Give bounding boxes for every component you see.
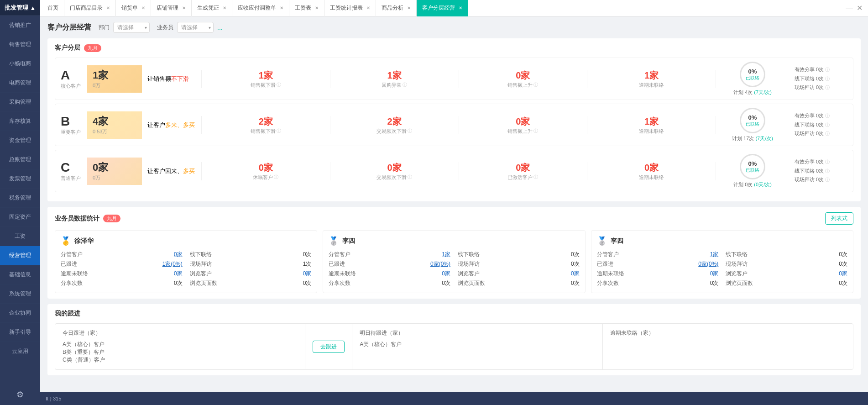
tier-C-metric-1[interactable]: 0家 休眠客户 ⓘ [202,162,330,181]
sidebar-item-资金管理[interactable]: 资金管理 [0,131,40,150]
sidebar-header[interactable]: 批发管理 ▲ [0,0,40,16]
tier-C-metric-2[interactable]: 0家 交易频次下滑 ⓘ [330,162,459,181]
follow-overdue-col: 逾期未联络（家） [603,324,853,369]
staff-filter: 业务员 请选择 ... [157,22,223,33]
dept-label: 部门 [99,24,110,32]
tier-A-metric-4[interactable]: 1家 逾期未联络 [587,69,716,89]
sidebar-item-电商管理[interactable]: 电商管理 [0,74,40,93]
sidebar-item-库存核算[interactable]: 库存核算 [0,112,40,131]
sidebar-item-系统管理[interactable]: 系统管理 [0,284,40,304]
staff-3-medal: 🥈 [597,236,607,246]
staff-3-name: 李四 [611,237,623,245]
tab-生成凭证[interactable]: 生成凭证✕ [192,0,232,16]
tier-B-metric-3[interactable]: 0家 销售额上升 ⓘ [459,116,587,135]
tab-close-店铺管理[interactable]: ✕ [182,5,186,11]
tier-B-slogan: 让客户多来、多买 [142,121,201,129]
tab-工资统计报表[interactable]: 工资统计报表✕ [324,0,376,16]
tab-close-应收应付调整单[interactable]: ✕ [280,5,283,11]
tier-A-label: A 核心客户 [55,68,87,89]
customer-month-badge: 九月 [84,44,101,52]
settings-icon[interactable]: ⚙ [0,384,40,405]
tab-工资表[interactable]: 工资表✕ [289,0,324,16]
tier-row-A: A 核心客户 1家 0万 让销售额不下滑 1家 销售额下滑 ⓘ 1家 [55,58,853,100]
tab-close-工资表[interactable]: ✕ [315,5,319,11]
staff-2-name: 李四 [342,237,355,245]
staff-3-stats: 分管客户1家 线下联络0次 已跟进0家(0%) 现场拜访0次 逾期未联络0家 浏… [597,251,847,287]
list-view-btn[interactable]: 列表式 [825,212,853,225]
tab-close-客户分层经营[interactable]: ✕ [459,5,462,11]
tab-客户分层经营[interactable]: 客户分层经营✕ [417,0,468,16]
tier-C-slogan: 让客户回来、多买 [142,167,201,175]
tier-A-metric-2[interactable]: 1家 回购异常 ⓘ [330,69,459,89]
staff-card-3: 🥈 李四 分管客户1家 线下联络0次 已跟进0家(0%) 现场拜访0次 逾期未联… [591,230,853,293]
follow-tomorrow-label: 明日待跟进（家） [360,329,595,337]
tab-close-销货单[interactable]: ✕ [141,5,145,11]
sidebar-item-税务管理[interactable]: 税务管理 [0,189,40,208]
sidebar-item-基础信息[interactable]: 基础信息 [0,265,40,284]
status-bar: It } 315 [40,392,868,405]
customer-section-title: 客户分层 [55,44,80,52]
tab-close-门店商品目录[interactable]: ✕ [106,5,110,11]
tab-店铺管理[interactable]: 店铺管理✕ [151,0,192,16]
tier-B-count[interactable]: 4家 0.53万 [87,111,142,139]
tier-C-metric-3[interactable]: 0家 已激活客户 ⓘ [459,162,587,181]
tier-B-metric-2[interactable]: 2家 交易频次下滑 ⓘ [330,116,459,135]
sidebar-item-经营管理[interactable]: 经营管理 [0,246,40,265]
tier-A-metric-1[interactable]: 1家 销售额下滑 ⓘ [202,69,330,89]
tier-B-metric-4[interactable]: 1家 逾期未联络 [587,116,716,135]
sidebar-toggle-icon[interactable]: ▲ [30,5,36,11]
window-close-icon[interactable]: ✕ [857,4,863,12]
tab-bar-actions: — ✕ [846,4,866,12]
tab-应收应付调整单[interactable]: 应收应付调整单✕ [232,0,289,16]
sidebar-item-总账管理[interactable]: 总账管理 [0,150,40,169]
follow-btn-col: 去跟进 [305,324,352,369]
sidebar-item-小畅电商[interactable]: 小畅电商 [0,54,40,74]
sidebar-item-新手引导[interactable]: 新手引导 [0,323,40,342]
sidebar-item-固定资产[interactable]: 固定资产 [0,208,40,227]
staff-1-stats: 分管客户0家 线下联络0次 已跟进1家(0%) 现场拜访1次 逾期未联络0家 浏… [61,251,311,287]
window-minimize-icon[interactable]: — [846,4,853,12]
sidebar-item-采购管理[interactable]: 采购管理 [0,93,40,112]
tab-首页[interactable]: 首页 [42,0,64,16]
staff-2-stats: 分管客户1家 线下联络0次 已跟进0家(0%) 现场拜访0次 逾期未联络0家 浏… [329,251,579,287]
sidebar-item-企业协同[interactable]: 企业协同 [0,304,40,323]
sidebar-item-营销推广[interactable]: 营销推广 [0,16,40,35]
tab-close-商品分析[interactable]: ✕ [407,5,411,11]
main-area: 首页 门店商品目录✕ 销货单✕ 店铺管理✕ 生成凭证✕ 应收应付调整单✕ 工资表… [40,0,868,405]
customer-tier-section: 客户分层 九月 A 核心客户 1家 0万 让销售额不下滑 1家 [47,38,861,201]
sidebar: 批发管理 ▲ 营销推广 销售管理 小畅电商 电商管理 采购管理 库存核算 资金管… [0,0,40,405]
follow-today-col: 今日跟进（家） A类（核心）客户 B类（重要）客户 C类（普通）客户 [55,324,305,369]
tab-销货单[interactable]: 销货单✕ [116,0,151,16]
dept-filter: 部门 请选择 [99,22,150,33]
tier-row-C: C 普通客户 0家 0万 让客户回来、多买 0家 休眠客户 ⓘ 0家 [55,150,853,192]
follow-section: 我的跟进 今日跟进（家） A类（核心）客户 B类（重要）客户 C类（普通）客户 … [47,304,861,375]
staff-section-title: 业务员数据统计 [55,215,99,223]
sidebar-item-工资[interactable]: 工资 [0,227,40,246]
tier-A-count[interactable]: 1家 0万 [87,65,142,93]
tier-A-metric-3[interactable]: 0家 销售额上升 ⓘ [459,69,587,89]
staff-month-badge: 九月 [103,215,120,222]
tab-close-生成凭证[interactable]: ✕ [223,5,226,11]
tab-门店商品目录[interactable]: 门店商品目录✕ [64,0,116,16]
staff-card-2: 🥈 李四 分管客户1家 线下联络0次 已跟进0家(0%) 现场拜访0次 逾期未联… [323,230,585,293]
tier-B-metric-1[interactable]: 2家 销售额下滑 ⓘ [202,116,330,135]
follow-overdue-label: 逾期未联络（家） [610,329,846,337]
go-follow-btn[interactable]: 去跟进 [313,341,345,353]
tier-A-right-stats: 有效分享 0次 ⓘ 线下联络 0次 ⓘ 现场拜访 0次 ⓘ [789,65,853,92]
tab-商品分析[interactable]: 商品分析✕ [376,0,417,16]
staff-label: 业务员 [157,24,173,32]
tier-C-right-stats: 有效分享 0次 ⓘ 线下联络 0次 ⓘ 现场拜访 0次 ⓘ [789,158,853,184]
tab-close-工资统计报表[interactable]: ✕ [366,5,370,11]
dept-select[interactable]: 请选择 [113,22,150,33]
tier-C-label: C 普通客户 [55,160,87,182]
sidebar-item-发票管理[interactable]: 发票管理 [0,169,40,189]
sidebar-item-云应用[interactable]: 云应用 [0,342,40,361]
staff-1-name: 徐泽华 [74,237,94,245]
tier-C-metric-4[interactable]: 0家 逾期未联络 [587,162,716,181]
content-area: 客户分层经营 部门 请选择 业务员 请选择 ... [40,16,868,392]
sidebar-item-销售管理[interactable]: 销售管理 [0,35,40,54]
more-filter-btn[interactable]: ... [217,24,223,31]
tier-A-slogan: 让销售额不下滑 [142,75,201,83]
staff-select[interactable]: 请选择 [177,22,214,33]
tier-C-count[interactable]: 0家 0万 [87,158,142,185]
